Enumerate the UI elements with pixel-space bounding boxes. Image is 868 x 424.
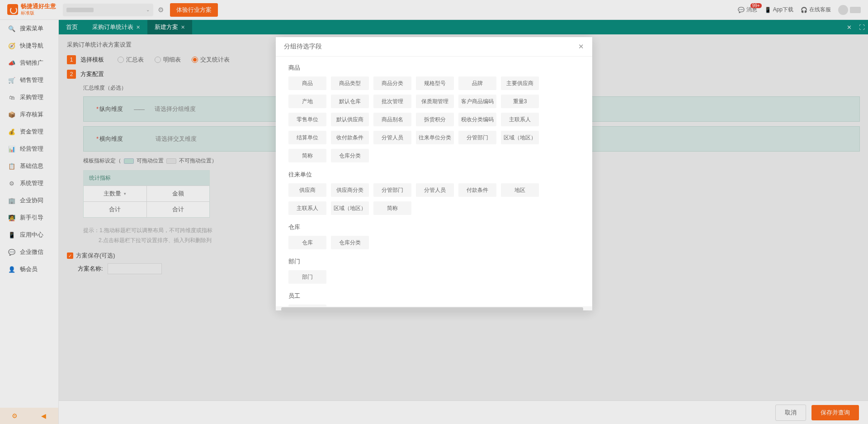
modal-overlay[interactable] (0, 0, 868, 20)
